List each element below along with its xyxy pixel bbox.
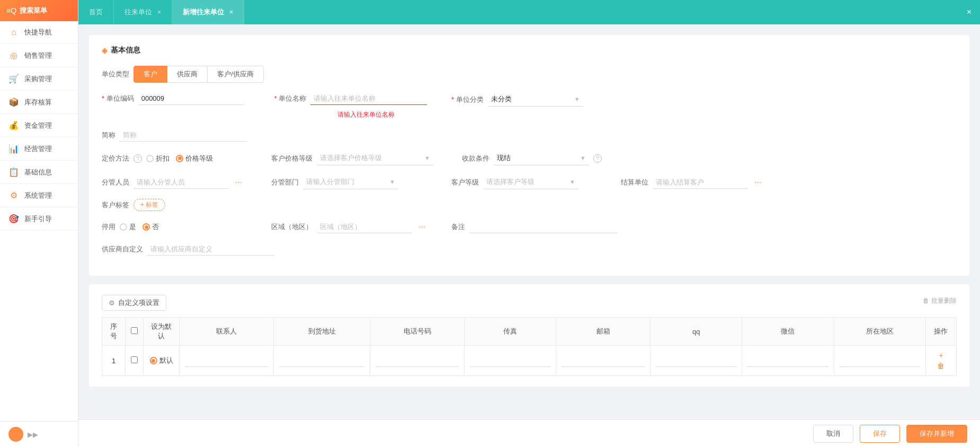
short-name-input[interactable] [120, 129, 247, 142]
pricing-discount-radio [146, 155, 154, 162]
row-address-input[interactable] [279, 354, 364, 367]
save-button[interactable]: 保存 [860, 425, 900, 443]
remarks-input[interactable] [469, 221, 618, 233]
row-region-input[interactable] [840, 354, 920, 367]
row-qq-input[interactable] [656, 354, 736, 367]
tab-new-unit[interactable]: 新增往来单位 × [172, 0, 244, 24]
col-region: 所在地区 [834, 318, 925, 346]
row-fax-input[interactable] [470, 354, 550, 367]
row-index: 1 [102, 346, 126, 376]
row-default-cell: 默认 [143, 346, 179, 376]
col-address: 到货地址 [273, 318, 370, 346]
tab-unit-list-close[interactable]: × [157, 8, 161, 16]
customer-level-field: 客户等级 请选择客户等级 ▼ [451, 175, 600, 189]
user-avatar[interactable] [8, 427, 23, 442]
unit-category-arrow-icon: ▼ [574, 96, 580, 102]
unit-type-both-button[interactable]: 客户/供应商 [208, 66, 264, 83]
disabled-radio-group: 是 否 [120, 222, 159, 232]
customize-btn-label: 自定义项设置 [118, 298, 159, 308]
unit-name-field: 单位名称 请输入往来单位名称 [271, 92, 430, 119]
sidebar-item-system[interactable]: ⚙ 系统管理 [0, 184, 78, 207]
customer-price-level-arrow-icon: ▼ [424, 155, 430, 161]
row-region-cell [834, 346, 925, 376]
pricing-method-help-icon[interactable]: ? [133, 154, 142, 163]
sidebar-item-inventory[interactable]: 📦 库存核算 [0, 91, 78, 114]
sidebar-item-operations[interactable]: 📊 经营管理 [0, 137, 78, 161]
unit-name-input[interactable] [310, 92, 427, 105]
unit-category-select[interactable]: 未分类 ▼ [488, 92, 583, 107]
region-more-button[interactable]: ··· [416, 222, 427, 232]
unit-type-supplier-button[interactable]: 供应商 [167, 66, 208, 83]
select-all-checkbox[interactable] [131, 327, 138, 334]
unit-code-field: 单位编码 [102, 92, 250, 105]
customer-price-level-select[interactable]: 请选择客户价格等级 ▼ [317, 151, 433, 165]
payment-terms-field: 收款条件 现结 ▼ ? [462, 151, 610, 165]
settlement-unit-more-button[interactable]: ··· [752, 178, 763, 187]
row-contact-input[interactable] [185, 354, 268, 367]
payment-terms-label: 收款条件 [462, 154, 489, 163]
pricing-level-label: 价格等级 [185, 154, 213, 163]
row-action-cell: + 🗑 [925, 346, 956, 376]
customer-level-select[interactable]: 请选择客户等级 ▼ [483, 175, 578, 189]
search-menu-button[interactable]: ≡Q 搜索菜单 [0, 0, 78, 21]
save-and-new-button[interactable]: 保存并新增 [906, 425, 967, 443]
supplier-custom-row: 供应商自定义 [102, 243, 957, 256]
disabled-yes-radio [120, 223, 127, 231]
tab-new-unit-close[interactable]: × [229, 8, 233, 16]
row-delete-button[interactable]: 🗑 [935, 361, 947, 371]
disabled-no-option[interactable]: 否 [142, 222, 159, 232]
sidebar: ≡Q 搜索菜单 ⌂ 快捷导航 ◎ 销售管理 🛒 采购管理 📦 库存核算 💰 资金… [0, 0, 78, 447]
tab-unit-list[interactable]: 往来单位 × [114, 0, 172, 24]
region-input[interactable] [317, 221, 412, 233]
row-wechat-input[interactable] [747, 354, 828, 367]
col-checkbox [125, 318, 143, 346]
sidebar-item-basic-info[interactable]: 📋 基础信息 [0, 161, 78, 184]
section-title-icon: ◈ [102, 46, 108, 55]
row-phone-input[interactable] [376, 354, 459, 367]
payment-terms-select[interactable]: 现结 ▼ [494, 151, 589, 165]
sidebar-item-guide[interactable]: 🎯 新手引导 [0, 207, 78, 231]
row-checkbox[interactable] [131, 356, 138, 363]
sidebar-item-sales[interactable]: ◎ 销售管理 [0, 44, 78, 67]
settlement-unit-input[interactable] [653, 176, 748, 189]
batch-delete-button[interactable]: 🗑 批量删除 [923, 296, 957, 305]
department-select[interactable]: 请输入分管部门 ▼ [303, 175, 398, 189]
row-default-radio-item[interactable]: 默认 [149, 356, 174, 365]
contacts-table: 序号 设为默认 联系人 到货地址 电话号码 传真 邮箱 qq 微信 所在地区 操… [102, 317, 957, 376]
row-add-button[interactable]: + [937, 350, 945, 361]
tab-home[interactable]: 首页 [78, 0, 114, 24]
cancel-button[interactable]: 取消 [813, 425, 853, 443]
row-email-input[interactable] [562, 354, 645, 367]
manager-more-button[interactable]: ··· [233, 178, 244, 187]
sidebar-item-purchase[interactable]: 🛒 采购管理 [0, 67, 78, 91]
manager-input[interactable] [133, 176, 229, 189]
unit-category-field: 单位分类 未分类 ▼ [451, 92, 600, 107]
close-all-tabs-button[interactable]: × [958, 7, 980, 17]
customize-settings-button[interactable]: ⚙ 自定义项设置 [102, 295, 166, 311]
unit-name-error: 请输入往来单位名称 [337, 110, 395, 119]
unit-name-label: 单位名称 [274, 94, 307, 103]
bottom-action-bar: 取消 保存 保存并新增 [78, 419, 980, 447]
unit-category-label: 单位分类 [451, 95, 484, 104]
sidebar-item-label: 基础信息 [24, 168, 52, 177]
customer-price-level-field: 客户价格等级 请选择客户价格等级 ▼ [271, 151, 441, 165]
pricing-discount-option[interactable]: 折扣 [146, 154, 170, 163]
basic-info-icon: 📋 [8, 167, 19, 177]
customer-price-level-placeholder: 请选择客户价格等级 [320, 153, 422, 163]
short-name-row: 简称 [102, 129, 957, 142]
finance-icon: 💰 [8, 120, 19, 130]
unit-type-row: 单位类型 客户 供应商 客户/供应商 [102, 66, 957, 83]
sidebar-item-finance[interactable]: 💰 资金管理 [0, 114, 78, 137]
unit-type-customer-button[interactable]: 客户 [133, 66, 167, 83]
add-tag-button[interactable]: + 标签 [133, 199, 165, 211]
sidebar-item-quick-nav[interactable]: ⌂ 快捷导航 [0, 21, 78, 44]
pricing-level-option[interactable]: 价格等级 [176, 154, 213, 163]
unit-code-input[interactable] [138, 92, 244, 105]
supplier-custom-label: 供应商自定义 [102, 244, 143, 254]
section-title-text: 基本信息 [111, 46, 140, 55]
sidebar-item-label: 采购管理 [24, 74, 52, 84]
supplier-custom-input[interactable] [147, 243, 274, 256]
sidebar-bottom: ▶▶ [0, 421, 78, 447]
payment-terms-help-icon[interactable]: ? [593, 154, 602, 163]
disabled-yes-option[interactable]: 是 [120, 222, 136, 232]
